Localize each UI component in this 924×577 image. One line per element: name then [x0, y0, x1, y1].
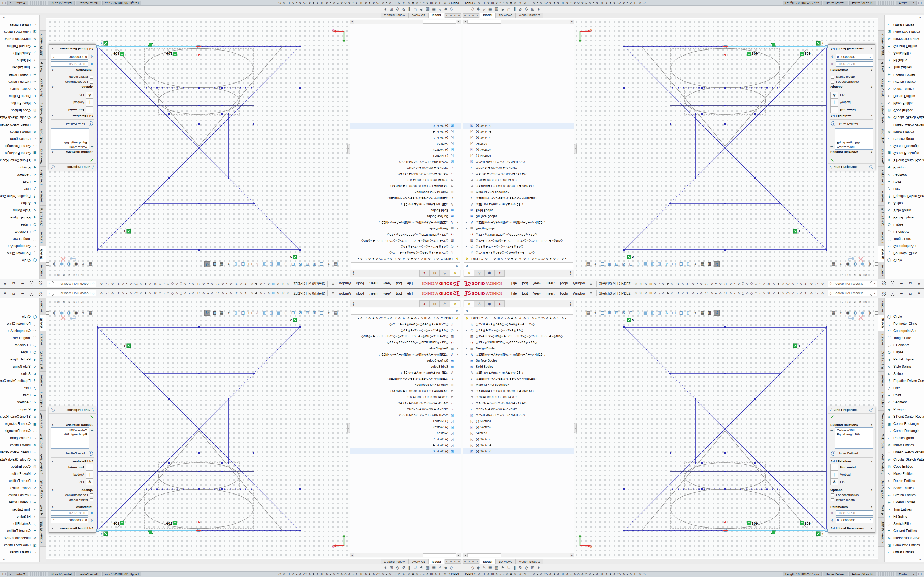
- sketch-tool-item[interactable]: ╱ Line: [0, 384, 39, 392]
- help-icon[interactable]: ?: [51, 408, 55, 412]
- scroll-left-icon[interactable]: ◂: [463, 20, 467, 24]
- sketch-tool-item[interactable]: ╱ Line: [0, 185, 39, 193]
- sketch-tool-item[interactable]: ⊐ Convert Entities: [0, 43, 39, 50]
- tree-filter-box[interactable]: ▼: [351, 308, 460, 314]
- tree-item[interactable]: ▦ Surface Bodies: [350, 213, 461, 219]
- scrollbar-thumb[interactable]: [423, 20, 456, 24]
- tree-item[interactable]: ◺ Sketch3: [463, 430, 574, 436]
- mdi-control-icon[interactable]: ◅: [79, 273, 83, 277]
- commandmanager-tab[interactable]: Surfaces: [877, 229, 884, 246]
- tree-item[interactable]: ◺ (-) Sketch4: [463, 129, 574, 135]
- chevron-up-icon[interactable]: ∧: [52, 460, 53, 463]
- view-toolbar-icon[interactable]: ⊠: [621, 261, 627, 268]
- tree-item[interactable]: ▸ A ○25ИΝ◎∘♣Α♣◎ИΝΑ○∘○ΑΝИ◎♣Α♣∘◎ΝИ25○: [463, 219, 574, 226]
- sketch-tool-item[interactable]: ◡ 3 Point Arc: [0, 228, 39, 235]
- sketch-tool-item[interactable]: ⊐ Convert Entities: [0, 527, 39, 534]
- chevron-up-icon[interactable]: ∧: [871, 68, 872, 72]
- sketch-tool-item[interactable]: ⧉ Mirror Entities: [0, 442, 39, 449]
- option-checkbox-row[interactable]: Infinite length: [49, 497, 96, 502]
- chevron-up-icon[interactable]: ∧: [52, 68, 53, 72]
- expand-arrow-icon[interactable]: ▸: [455, 347, 458, 350]
- window-button[interactable]: ×: [2, 282, 7, 286]
- mdi-control-icon[interactable]: ×: [864, 300, 868, 304]
- sketch-tool-item[interactable]: ↔ Stretch Entities: [885, 492, 924, 499]
- bottom-toolbar-icon[interactable]: ◇: [471, 565, 474, 570]
- tree-item[interactable]: ▱ ○∙◎♣○∗⊙ǀ○∘○ǀ⊙∗○♣◎∙○: [463, 394, 574, 400]
- display-toolbar-icon[interactable]: ▾: [838, 261, 844, 268]
- tree-item[interactable]: ☰ Material <not specified>: [350, 189, 461, 195]
- mdi-control-icon[interactable]: ▻: [73, 300, 77, 304]
- commandmanager-tab[interactable]: Markup: [877, 60, 884, 75]
- view-toolbar-icon[interactable]: ◇: [635, 309, 641, 316]
- bottom-toolbar-icon[interactable]: ⚑: [501, 7, 504, 12]
- tree-item[interactable]: ☆ ○253Ε♣∘♟◎ΛΑΦ○∘○ΦΑΛ◎♟∘♣3Ε25○: [463, 250, 574, 256]
- chevron-up-icon[interactable]: ∧: [871, 114, 872, 117]
- sketch-tool-item[interactable]: ◪ Silhouette Entities: [0, 28, 39, 35]
- relation-badge-3a[interactable]: 3: [290, 255, 297, 259]
- tree-item[interactable]: ▱ ○♣∻s∘♟○∗⊙ǀ○∘○ǀ⊙∗○♟∘s∻♣○: [350, 171, 461, 177]
- document-tab[interactable]: Model: [428, 13, 444, 18]
- sketch-tool-item[interactable]: ⌒ Tangent Arc: [0, 334, 39, 342]
- tree-item[interactable]: ▸ ▧ ○253ΕИΝ∩∪+○∘○+∪∩ΝИ3Ε25○: [350, 159, 461, 165]
- menu-item[interactable]: File: [509, 281, 520, 287]
- view-toolbar-icon[interactable]: ▯: [685, 261, 691, 268]
- view-toolbar-icon[interactable]: ⊞: [312, 309, 317, 316]
- toolbar-overflow-chevron[interactable]: »: [3, 557, 5, 561]
- tree-item[interactable]: ▸ ▧ ○253ΕИΝ∩∪+○∘○+∪∩ΝИ3Ε25○: [463, 159, 574, 165]
- sketch-tool-item[interactable]: ⊢ Extend Entities: [0, 71, 39, 78]
- sketch-tool-item[interactable]: ∾ Spline: [0, 200, 39, 207]
- bottom-toolbar-icon[interactable]: ❚: [407, 7, 411, 12]
- toolbar-overflow-chevron[interactable]: »: [3, 16, 5, 20]
- feature-manager-tab[interactable]: ◕: [494, 270, 505, 277]
- view-toolbar-icon[interactable]: ⊡: [290, 309, 296, 316]
- commandmanager-tab[interactable]: Mesh Modeling: [40, 100, 47, 126]
- display-toolbar-icon[interactable]: ▦: [87, 309, 93, 316]
- sketch-tool-item[interactable]: ◡ 3 Point Arc: [0, 342, 39, 349]
- view-toolbar-icon[interactable]: ▯: [233, 261, 239, 268]
- sketch-triangle-right[interactable]: [115, 431, 199, 530]
- search-dropdown-arrow[interactable]: ▾: [48, 282, 52, 285]
- section-options[interactable]: Options ∧: [828, 85, 875, 90]
- tree-item[interactable]: ▩ Solid Bodies: [350, 364, 461, 369]
- sketch-tool-item[interactable]: ⊗ Intersection Curve: [0, 534, 39, 542]
- mdi-control-icon[interactable]: ◅: [79, 300, 83, 304]
- bottom-toolbar-icon[interactable]: ⊞: [390, 565, 393, 570]
- sketch-tool-item[interactable]: ≀ Fit Spline: [0, 57, 39, 64]
- sketch-tool-item[interactable]: ▭ Corner Rectangle: [0, 427, 39, 434]
- tree-item[interactable]: Σ ○25ИΝ◎∘♣Α∪ᵖ3Ε○∘○3Εᵖ∪Α♣∘◎ΝИ25○: [463, 376, 574, 382]
- section-add-relations[interactable]: Add Relations ∧: [49, 113, 96, 118]
- spinner-control[interactable]: ▲▼: [868, 55, 872, 59]
- window-button[interactable]: ⧉: [908, 291, 913, 296]
- search-icon[interactable]: [53, 282, 57, 286]
- expand-arrow-icon[interactable]: ▸: [466, 246, 469, 248]
- feature-manager-tab[interactable]: ⧊: [474, 300, 484, 307]
- sketch-tool-item[interactable]: ⊂ Offset Entities: [885, 549, 924, 556]
- tree-filter-box[interactable]: ▼: [351, 263, 460, 269]
- view-toolbar-icon[interactable]: ▨: [212, 261, 217, 268]
- chevron-up-icon[interactable]: ∧: [52, 114, 53, 117]
- panel-splitter-handle[interactable]: [574, 423, 577, 433]
- parameter-value[interactable]: 10.88152731: [56, 511, 87, 515]
- sketch-tool-item[interactable]: ≀ Fit Spline: [885, 57, 924, 64]
- menu-item[interactable]: Tools: [557, 290, 570, 297]
- add-relation-button[interactable]: ⚓ Fix: [828, 478, 875, 485]
- commandmanager-tab[interactable]: MBD Dimensions: [40, 31, 47, 60]
- search-box[interactable]: ◇ Search CAD Models ▾: [828, 290, 877, 296]
- spinner-control[interactable]: ▲▼: [52, 62, 56, 66]
- tree-item[interactable]: ⌞ ○ИΝ∘s∘♟◎○∘○◎♟∘s∘ΝИ○: [350, 406, 461, 412]
- search-dropdown-arrow[interactable]: ▾: [872, 282, 876, 285]
- sketch-tool-item[interactable]: ↘ Scale Entities: [0, 484, 39, 492]
- view-toolbar-icon[interactable]: ▨: [707, 261, 712, 268]
- relation-badge-3c[interactable]: 3: [816, 41, 823, 45]
- parameter-field[interactable]: 0.00000000° ▲▼: [51, 54, 88, 60]
- tree-horizontal-scrollbar[interactable]: ◂ ▸: [350, 20, 461, 24]
- commandmanager-tab[interactable]: Sheet Metal: [877, 389, 884, 411]
- tree-item[interactable]: ☆ ○253Ε♣∘♟◎ΛΑΦ○∘○ΦΑΛ◎♟∘♣3Ε25○: [350, 250, 461, 256]
- relation-badge-3a[interactable]: 3: [290, 318, 297, 322]
- tree-item[interactable]: ▱ ○♣∻s∘♟○∗⊙ǀ○∘○ǀ⊙∗○♟∘s∻♣○: [350, 400, 461, 406]
- add-relation-button[interactable]: — Horizontal: [49, 464, 96, 471]
- bottom-toolbar-icon[interactable]: ✎: [482, 7, 486, 12]
- menu-item[interactable]: Window: [336, 290, 354, 297]
- menu-item[interactable]: Edit: [519, 281, 530, 287]
- sketch-tool-item[interactable]: ⊛ Circular Sketch Pattern: [885, 456, 924, 463]
